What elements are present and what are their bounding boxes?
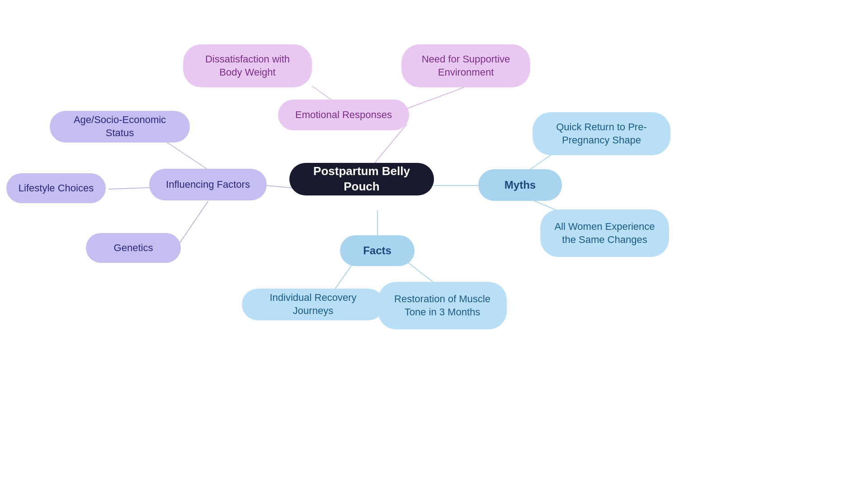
restoration-label: Restoration of Muscle Tone in 3 Months [389, 293, 496, 319]
genetics-node: Genetics [86, 233, 181, 263]
lifestyle-label: Lifestyle Choices [19, 182, 94, 195]
svg-line-6 [407, 86, 468, 109]
influencing-factors-label: Influencing Factors [166, 178, 250, 191]
supportive-node: Need for Supportive Environment [401, 44, 530, 87]
emotional-label: Emotional Responses [295, 109, 392, 122]
all-women-node: All Women Experience the Same Changes [540, 209, 669, 257]
svg-line-3 [176, 201, 208, 248]
genetics-label: Genetics [114, 242, 153, 255]
myths-label: Myths [505, 178, 536, 192]
quick-return-node: Quick Return to Pre-Pregnancy Shape [533, 112, 670, 155]
dissatisfaction-node: Dissatisfaction with Body Weight [183, 44, 312, 87]
all-women-label: All Women Experience the Same Changes [551, 220, 658, 246]
age-socio-node: Age/Socio-Economic Status [50, 111, 190, 143]
age-socio-label: Age/Socio-Economic Status [61, 114, 179, 139]
quick-return-label: Quick Return to Pre-Pregnancy Shape [543, 121, 660, 147]
center-label: Postpartum Belly Pouch [300, 164, 423, 195]
restoration-node: Restoration of Muscle Tone in 3 Months [378, 282, 507, 329]
individual-node: Individual Recovery Journeys [242, 289, 384, 320]
emotional-responses-node: Emotional Responses [278, 100, 409, 130]
center-node: Postpartum Belly Pouch [289, 163, 434, 195]
myths-node: Myths [478, 169, 562, 201]
facts-label: Facts [363, 243, 392, 257]
facts-node: Facts [340, 235, 415, 266]
individual-label: Individual Recovery Journeys [253, 291, 373, 317]
dissatisfaction-label: Dissatisfaction with Body Weight [194, 53, 301, 79]
supportive-label: Need for Supportive Environment [412, 53, 519, 79]
influencing-factors-node: Influencing Factors [149, 169, 267, 200]
lifestyle-node: Lifestyle Choices [6, 173, 106, 203]
